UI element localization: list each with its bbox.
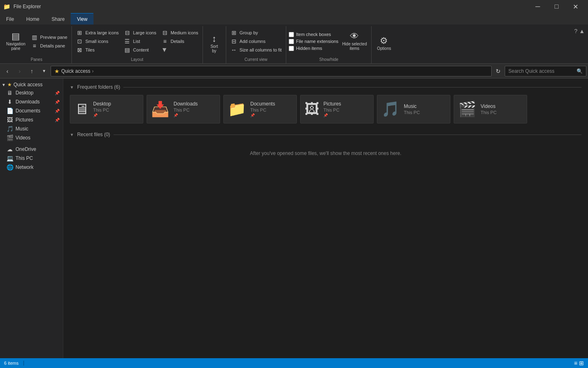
folder-tile-downloads[interactable]: 📥 Downloads This PC 📌 — [147, 95, 220, 123]
tiles-button[interactable]: ⊠ Tiles — [74, 46, 120, 54]
pictures-folder-path: This PC — [323, 108, 341, 112]
music-folder-name: Music — [404, 103, 420, 109]
size-columns-button[interactable]: ↔ Size all columns to fit — [229, 46, 283, 54]
details-button[interactable]: ≡ Details — [160, 37, 200, 45]
sidebar-item-network[interactable]: 🌐 Network — [0, 163, 63, 172]
ribbon-tabs: File Home Share View — [0, 13, 588, 25]
frequent-folders-title: Frequent folders (6) — [77, 84, 120, 90]
hide-selected-button[interactable]: 👁 Hide selecteditems — [340, 31, 369, 52]
ribbon-help-icon[interactable]: ? — [574, 28, 577, 34]
downloads-folder-icon: 📥 — [151, 101, 169, 118]
ribbon-section-layout: ⊞ Extra large icons ⊡ Small icons ⊠ Tile… — [72, 26, 203, 63]
pictures-folder-pin: 📌 — [323, 113, 341, 117]
recent-files-title: Recent files (0) — [77, 132, 110, 137]
current-view-label: Current view — [245, 56, 267, 63]
tab-share[interactable]: Share — [45, 13, 71, 25]
tab-home[interactable]: Home — [20, 13, 45, 25]
minimize-button[interactable]: ─ — [528, 0, 547, 13]
ribbon-section-panes: ▤ Navigationpane ▥ Preview pane ≡ Detail… — [2, 26, 72, 63]
medium-icons-button[interactable]: ⊟ Medium icons — [160, 29, 200, 37]
file-extensions-toggle[interactable]: File name extensions — [289, 39, 339, 44]
layout-more-button[interactable]: ▼ — [160, 46, 200, 54]
hidden-items-input[interactable] — [289, 46, 294, 51]
group-by-button[interactable]: ⊞ Group by — [229, 29, 283, 37]
downloads-pin-icon: 📌 — [55, 100, 60, 104]
up-button[interactable]: ↑ — [26, 65, 38, 77]
nav-pane-icon: ▤ — [11, 32, 20, 41]
pictures-folder-name: Pictures — [323, 101, 341, 107]
desktop-icon: 🖥 — [7, 90, 13, 96]
details-label: Details pane — [40, 43, 65, 48]
small-icons-label: Small icons — [85, 39, 108, 44]
folder-tile-desktop[interactable]: 🖥 Desktop This PC 📌 — [70, 95, 143, 123]
sidebar-item-pictures[interactable]: 🖼 Pictures 📌 — [0, 115, 63, 124]
file-extensions-input[interactable] — [289, 39, 294, 44]
close-button[interactable]: ✕ — [566, 0, 585, 13]
search-bar[interactable]: Search Quick access 🔍 — [505, 66, 586, 76]
address-bar[interactable]: ★ Quick access › — [51, 66, 492, 76]
extra-large-icons-button[interactable]: ⊞ Extra large icons — [74, 29, 120, 37]
details-view-status-button[interactable]: ≡ — [574, 360, 577, 366]
large-view-status-button[interactable]: ⊞ — [579, 360, 584, 366]
preview-pane-button[interactable]: ▥ Preview pane — [29, 33, 69, 41]
item-checkboxes-label: Item check boxes — [296, 32, 331, 37]
preview-label: Preview pane — [40, 35, 67, 40]
add-columns-button[interactable]: ⊟ Add columns — [229, 37, 283, 45]
documents-folder-info: Documents This PC 📌 — [250, 101, 275, 117]
sidebar-item-music[interactable]: 🎵 Music — [0, 124, 63, 133]
this-pc-icon: 💻 — [7, 155, 13, 162]
documents-folder-pin: 📌 — [250, 113, 275, 117]
add-columns-label: Add columns — [240, 39, 266, 44]
details-pane-button[interactable]: ≡ Details pane — [29, 42, 69, 50]
ribbon-expand-icon[interactable]: ▲ — [579, 28, 585, 34]
quick-access-star-icon: ★ — [7, 82, 12, 88]
sidebar: ▼ ★ Quick access 🖥 Desktop 📌 ⬇ Downloads… — [0, 79, 63, 358]
search-placeholder: Search Quick access — [508, 68, 555, 74]
videos-label: Videos — [16, 135, 30, 141]
back-button[interactable]: ‹ — [2, 65, 13, 77]
folder-tile-pictures[interactable]: 🖼 Pictures This PC 📌 — [300, 95, 374, 123]
folder-tile-videos[interactable]: 🎬 Videos This PC — [454, 95, 527, 123]
documents-folder-icon: 📁 — [228, 101, 246, 118]
sidebar-item-desktop[interactable]: 🖥 Desktop 📌 — [0, 88, 63, 97]
large-icons-button[interactable]: ⊟ Large icons — [122, 29, 158, 37]
videos-folder-info: Videos This PC — [481, 103, 497, 115]
frequent-folders-header: ▼ Frequent folders (6) — [70, 84, 581, 90]
list-button[interactable]: ☰ List — [122, 37, 158, 45]
quick-access-header[interactable]: ▼ ★ Quick access — [0, 80, 63, 88]
sort-by-button[interactable]: ↕ Sortby — [205, 33, 223, 54]
size-columns-icon: ↔ — [230, 47, 238, 53]
sidebar-item-downloads[interactable]: ⬇ Downloads 📌 — [0, 97, 63, 106]
details-icon: ≡ — [31, 43, 38, 49]
documents-folder-path: This PC — [250, 108, 275, 112]
folder-tile-documents[interactable]: 📁 Documents This PC 📌 — [223, 95, 297, 123]
medium-icon: ⊟ — [161, 29, 169, 36]
refresh-button[interactable]: ↻ — [492, 65, 504, 77]
small-icons-button[interactable]: ⊡ Small icons — [74, 37, 120, 45]
recent-locations-button[interactable]: ▼ — [38, 65, 50, 77]
maximize-button[interactable]: □ — [547, 0, 566, 13]
pictures-icon: 🖼 — [7, 117, 13, 123]
folder-tile-music[interactable]: 🎵 Music This PC — [377, 95, 450, 123]
sidebar-item-documents[interactable]: 📄 Documents 📌 — [0, 106, 63, 115]
options-icon: ⚙ — [380, 36, 388, 45]
navigation-pane-button[interactable]: ▤ Navigationpane — [4, 31, 27, 52]
content-button[interactable]: ▤ Content — [122, 46, 158, 54]
music-icon: 🎵 — [7, 126, 13, 132]
documents-folder-name: Documents — [250, 101, 275, 107]
options-button[interactable]: ⚙ Options — [375, 35, 393, 52]
sidebar-item-onedrive[interactable]: ☁ OneDrive — [0, 145, 63, 154]
content-icon: ▤ — [124, 47, 131, 53]
tab-view[interactable]: View — [71, 13, 94, 25]
sidebar-item-videos[interactable]: 🎬 Videos — [0, 133, 63, 142]
frequent-chevron[interactable]: ▼ — [70, 85, 74, 90]
item-checkboxes-toggle[interactable]: Item check boxes — [289, 32, 339, 37]
desktop-folder-info: Desktop This PC 📌 — [93, 101, 111, 117]
panes-content: ▤ Navigationpane ▥ Preview pane ≡ Detail… — [4, 27, 69, 56]
item-checkboxes-input[interactable] — [289, 32, 294, 37]
hidden-items-toggle[interactable]: Hidden items — [289, 46, 339, 51]
sidebar-item-this-pc[interactable]: 💻 This PC — [0, 154, 63, 163]
recent-chevron[interactable]: ▼ — [70, 132, 74, 137]
forward-button[interactable]: › — [14, 65, 25, 77]
tab-file[interactable]: File — [0, 13, 20, 25]
